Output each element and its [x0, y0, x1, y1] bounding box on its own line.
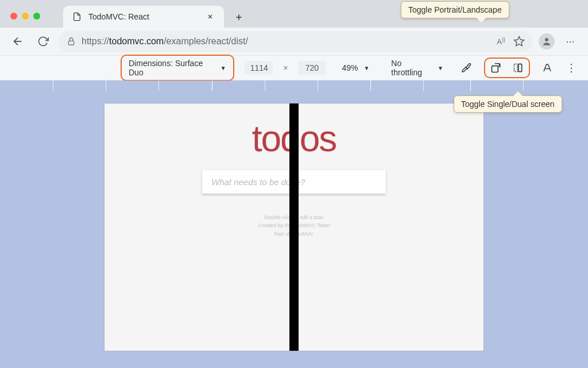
device-posture-icon[interactable] — [540, 60, 555, 75]
profile-avatar[interactable] — [539, 33, 555, 49]
window-close-dot[interactable] — [10, 13, 17, 20]
eyedropper-icon[interactable] — [459, 60, 474, 75]
window-minimize-dot[interactable] — [22, 13, 29, 20]
dimensions-dropdown[interactable]: Dimensions: Surface Duo ▼ — [121, 55, 234, 81]
zoom-dropdown[interactable]: 49% ▼ — [336, 61, 375, 75]
device-emulation-toolbar: Dimensions: Surface Duo ▼ 1114 × 720 49%… — [0, 55, 588, 80]
window-zoom-dot[interactable] — [33, 13, 40, 20]
page-icon — [71, 11, 83, 22]
read-aloud-icon[interactable]: A)) — [497, 37, 505, 46]
tooltip-portrait-landscape: Toggle Portrait/Landscape — [401, 1, 509, 18]
window-controls — [6, 13, 46, 28]
favorite-icon[interactable] — [513, 36, 525, 47]
chevron-down-icon: ▼ — [220, 65, 226, 71]
url-host: todomvc.com — [109, 36, 164, 46]
tooltip-single-dual: Toggle Single/Dual screen — [454, 95, 562, 113]
svg-rect-9 — [514, 64, 517, 71]
address-bar[interactable]: https://todomvc.com/examples/react/dist/… — [59, 31, 533, 52]
svg-rect-5 — [68, 41, 74, 45]
tab-title: TodoMVC: React — [88, 12, 199, 21]
dimensions-label: Dimensions: Surface Duo — [129, 59, 215, 77]
url-text: https://todomvc.com/examples/react/dist/ — [82, 36, 248, 47]
svg-rect-8 — [492, 66, 498, 72]
more-menu-button[interactable]: ··· — [560, 32, 580, 51]
throttling-dropdown[interactable]: No throttling ▼ — [385, 56, 449, 79]
device-viewport: todos What needs to be done? Double-clic… — [0, 91, 588, 368]
throttling-value: No throttling — [391, 59, 432, 77]
height-input[interactable]: 720 — [298, 61, 326, 75]
url-path: /examples/react/dist/ — [164, 36, 248, 46]
rotate-orientation-icon[interactable] — [489, 60, 504, 75]
chevron-down-icon: ▼ — [438, 65, 443, 71]
new-tab-button[interactable] — [233, 12, 245, 23]
dual-screen-icon[interactable] — [510, 60, 525, 75]
lock-icon — [67, 37, 76, 46]
back-button[interactable] — [8, 32, 28, 51]
address-bar-row: https://todomvc.com/examples/react/dist/… — [0, 28, 588, 55]
emulated-device-frame: todos What needs to be done? Double-clic… — [105, 103, 483, 351]
zoom-value: 49% — [342, 63, 358, 72]
svg-point-7 — [545, 38, 548, 41]
dimension-separator: × — [283, 63, 288, 72]
svg-marker-6 — [514, 37, 524, 46]
reload-button[interactable] — [33, 32, 53, 51]
width-input[interactable]: 1114 — [245, 61, 273, 75]
browser-tab[interactable]: TodoMVC: React — [63, 6, 224, 28]
chevron-down-icon: ▼ — [363, 65, 369, 71]
close-tab-icon[interactable] — [204, 11, 216, 22]
orientation-controls-group — [484, 57, 530, 78]
svg-rect-10 — [518, 64, 521, 71]
url-prefix: https:// — [82, 36, 109, 46]
device-toolbar-more-icon[interactable]: ⋮ — [564, 60, 579, 75]
responsive-ruler[interactable] — [0, 80, 588, 91]
device-hinge — [289, 103, 299, 351]
